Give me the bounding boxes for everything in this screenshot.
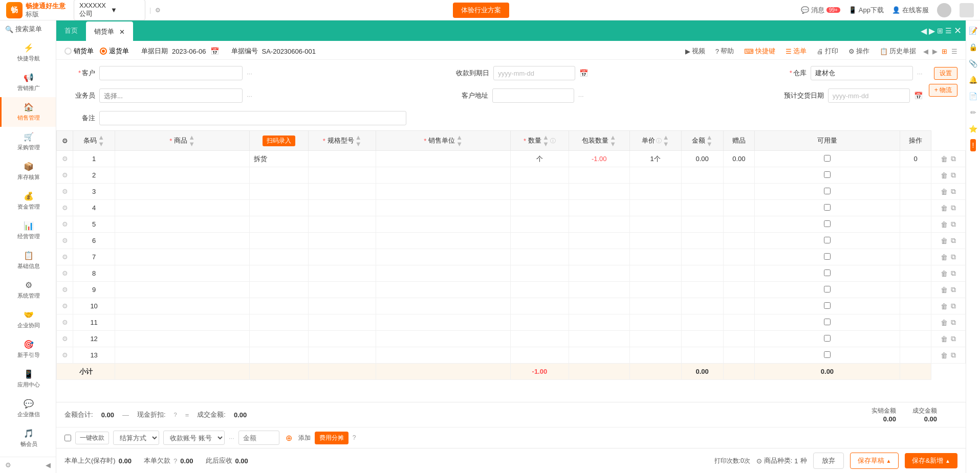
row-delete-icon[interactable]: 🗑 [941,253,948,261]
row-product[interactable] [250,331,309,347]
right-panel-doc-icon[interactable]: 📄 [967,90,979,102]
row-qty[interactable] [569,347,629,364]
row-gift[interactable] [754,200,900,216]
row-delete-icon[interactable]: 🗑 [941,171,948,179]
row-unit[interactable] [511,216,569,233]
row-copy-icon[interactable]: ⧉ [951,171,956,179]
row-spec[interactable] [376,167,511,184]
row-gift[interactable] [754,347,900,364]
row-gift[interactable] [754,298,900,314]
sidebar-item-apps[interactable]: 📱 应用中心 [0,364,56,394]
row-pkg-qty[interactable] [629,184,681,200]
row-unit[interactable] [511,249,569,265]
sidebar-item-quick-nav[interactable]: ⚡ 快捷导航 [0,38,56,67]
row-qty[interactable] [569,331,629,347]
sidebar-item-member[interactable]: 🎵 畅会员 [0,423,56,453]
row-spec[interactable] [376,184,511,200]
row-copy-icon[interactable]: ⧉ [951,154,956,163]
row-delete-icon[interactable]: 🗑 [941,351,948,359]
row-copy-icon[interactable]: ⧉ [951,269,956,278]
row-product[interactable] [250,298,309,314]
row-amount[interactable] [723,298,754,314]
right-panel-edit-icon[interactable]: ✏ [968,106,978,119]
row-copy-icon[interactable]: ⧉ [951,285,956,294]
date-calendar-icon[interactable]: 📅 [210,47,219,55]
sidebar-item-system[interactable]: ⚙ 系统管理 [0,275,56,305]
row-gear-icon[interactable]: ⚙ [62,237,68,244]
avatar-extra[interactable] [960,3,974,17]
grid-view-icon[interactable]: ⊞ [942,48,947,55]
payment-amount-input[interactable] [238,431,279,445]
row-barcode[interactable] [115,233,250,249]
row-gear-icon[interactable]: ⚙ [62,351,68,359]
gear-icon[interactable]: ⚙ [62,137,68,145]
sidebar-search[interactable]: 🔍 搜索菜单 [0,20,56,38]
row-unit[interactable] [511,282,569,298]
row-product[interactable]: 拆货 [250,151,309,167]
sidebar-item-wechat[interactable]: 💬 企业微信 [0,394,56,423]
row-product[interactable] [250,265,309,282]
due-date-calendar-icon[interactable]: 📅 [579,69,588,77]
row-barcode[interactable] [115,282,250,298]
row-qty[interactable] [569,184,629,200]
list-view-icon[interactable]: ☰ [951,48,957,55]
row-unit[interactable]: 个 [511,151,569,167]
row-delete-icon[interactable]: 🗑 [941,302,948,310]
salesperson-input[interactable] [99,88,243,103]
row-pkg-qty[interactable] [629,347,681,364]
right-panel-attach-icon[interactable]: 📎 [967,57,979,70]
row-price[interactable] [681,298,723,314]
row-spec[interactable] [376,331,511,347]
expected-date-calendar-icon[interactable]: 📅 [914,92,923,100]
row-pkg-qty[interactable] [629,282,681,298]
row-product[interactable] [250,249,309,265]
tab-nav-next-icon[interactable]: ▶ [929,26,935,36]
row-qty[interactable] [569,314,629,331]
row-unit[interactable] [511,200,569,216]
row-price[interactable] [681,184,723,200]
right-panel-bell-icon[interactable]: 🔔 [967,74,979,86]
row-spec[interactable] [376,249,511,265]
row-delete-icon[interactable]: 🗑 [941,220,948,229]
row-barcode[interactable] [115,216,250,233]
row-unit[interactable] [511,184,569,200]
row-qty[interactable] [569,282,629,298]
row-gift[interactable] [754,331,900,347]
tab-list-icon[interactable]: ☰ [945,27,952,35]
right-panel-star-icon[interactable]: ⭐ [967,123,979,135]
row-pkg-qty[interactable] [629,314,681,331]
add-icon[interactable]: ⊕ [286,433,292,443]
row-pkg-qty[interactable] [629,233,681,249]
row-amount[interactable] [723,216,754,233]
row-unit[interactable] [511,347,569,364]
row-qty[interactable] [569,233,629,249]
row-gear-icon[interactable]: ⚙ [62,286,68,294]
row-qty[interactable] [569,265,629,282]
row-spec[interactable] [376,151,511,167]
discount-help-icon[interactable]: ? [174,412,177,418]
row-gear-icon[interactable]: ⚙ [62,220,68,228]
row-product[interactable] [250,200,309,216]
row-copy-icon[interactable]: ⧉ [951,220,956,229]
logistics-button[interactable]: + 物流 [929,84,957,97]
save-new-button[interactable]: 保存&新增 ▲ [905,453,957,468]
row-gear-icon[interactable]: ⚙ [62,302,68,310]
row-gift[interactable] [754,167,900,184]
row-barcode[interactable] [115,249,250,265]
settings-button[interactable]: 设置 [934,67,957,80]
avatar[interactable] [937,3,951,17]
row-price[interactable]: 0.00 [681,151,723,167]
addr-dots-btn[interactable]: ··· [578,92,584,100]
tab-close-icon[interactable]: ✕ [119,28,125,36]
sidebar-item-purchase[interactable]: 🛒 采购管理 [0,127,56,156]
row-amount[interactable] [723,249,754,265]
row-price[interactable] [681,200,723,216]
row-product[interactable] [250,282,309,298]
row-qty[interactable] [569,216,629,233]
sidebar-item-collab[interactable]: 🤝 企业协同 [0,305,56,334]
row-gear-icon[interactable]: ⚙ [62,335,68,343]
sidebar-item-basic[interactable]: 📋 基础信息 [0,245,56,275]
warehouse-dots-btn[interactable]: ··· [917,70,923,77]
row-product[interactable] [250,167,309,184]
row-unit[interactable] [511,331,569,347]
